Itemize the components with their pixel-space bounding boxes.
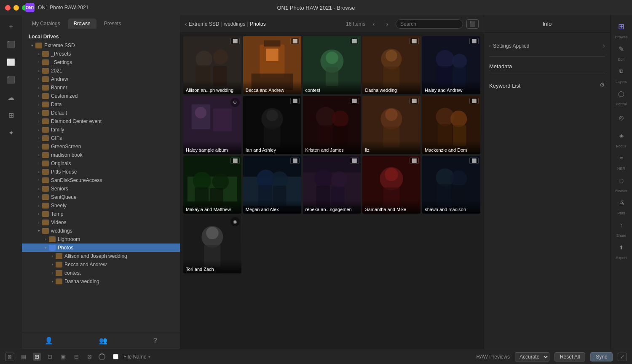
breadcrumb-photos[interactable]: Photos: [250, 21, 265, 27]
tree-item-family[interactable]: › family: [22, 126, 180, 134]
fullscreen-button[interactable]: ⤢: [618, 353, 627, 361]
tree-item-madison[interactable]: › madison book: [22, 151, 180, 159]
tree-item-temp[interactable]: › Temp: [22, 210, 180, 218]
grid-item-haley-andrew[interactable]: Haley and Andrew ⬜: [422, 36, 480, 94]
grid-item-shawn[interactable]: shawn and madison ⬜: [422, 156, 480, 214]
settings-applied-row[interactable]: › Settings Applied ›: [489, 38, 605, 54]
tree-label: Pitts House: [51, 169, 77, 175]
camera-icon[interactable]: ⬜: [3, 54, 19, 70]
sort-selector[interactable]: File Name ▾: [123, 354, 150, 360]
minimize-button[interactable]: [13, 5, 19, 11]
tree-item-extreme-ssd[interactable]: ▾ Extreme SSD: [22, 41, 180, 50]
tree-item-lightroom[interactable]: › Lightroom: [22, 235, 180, 244]
tab-my-catalogs[interactable]: My Catalogs: [26, 19, 66, 29]
grid-item-kristen[interactable]: Kristen and James ⬜: [303, 96, 361, 154]
expand-panel-button[interactable]: ⊠: [5, 353, 14, 361]
print-tool-button[interactable]: 🖨: [613, 195, 629, 211]
effects-icon[interactable]: ✦: [3, 125, 19, 141]
grid-item-makayla[interactable]: Makayla and Matthew ⬜: [183, 156, 241, 214]
tree-item-andrew[interactable]: › Andrew: [22, 75, 180, 83]
add-button[interactable]: ＋: [3, 19, 19, 35]
map-view-button[interactable]: ⊠: [86, 353, 94, 361]
cloud-icon[interactable]: ☁: [3, 89, 19, 105]
tree-item-greenscreen[interactable]: › GreenScreen: [22, 142, 180, 151]
local-tool-button[interactable]: ◎: [613, 110, 629, 126]
compare-view-button[interactable]: ⊡: [46, 353, 54, 361]
help-icon[interactable]: ?: [153, 337, 157, 345]
filmstrip-view-button[interactable]: ▤: [19, 353, 28, 361]
tree-item-sheely[interactable]: › Sheely: [22, 201, 180, 210]
grid-view-button[interactable]: ⊞: [33, 353, 41, 361]
reaser-tool-button[interactable]: ◌: [613, 172, 629, 188]
keyword-settings-button[interactable]: ⚙: [600, 81, 605, 88]
grid-item-haley-sample[interactable]: Haley sample album ⊕: [183, 96, 241, 154]
tree-item-banner[interactable]: › Banner: [22, 83, 180, 92]
edit-tool-button[interactable]: ✎: [613, 41, 629, 57]
loupe-view-button[interactable]: ⊟: [72, 353, 80, 361]
svg-point-48: [212, 173, 229, 190]
user-icon[interactable]: 👤: [45, 337, 53, 345]
tab-presets[interactable]: Presets: [98, 19, 127, 29]
tree-item-originals[interactable]: › Originals: [22, 159, 180, 168]
folder-icon: [42, 152, 49, 158]
focus-tool-button[interactable]: ◈: [613, 128, 629, 144]
people-icon[interactable]: 👥: [99, 337, 107, 345]
breadcrumb-weddings[interactable]: weddings: [224, 21, 245, 27]
svg-point-65: [385, 168, 398, 181]
grid-item-tori[interactable]: Tori and Zach ◉: [183, 215, 241, 273]
breadcrumb-extreme-ssd[interactable]: Extreme SSD: [189, 21, 220, 27]
reset-all-button[interactable]: Reset All: [554, 352, 585, 361]
tree-item-seniors[interactable]: › Seniors: [22, 185, 180, 193]
tree-item-weddings[interactable]: ▾ weddings: [22, 227, 180, 235]
nbr-tool-button[interactable]: ≋: [613, 150, 629, 166]
browse-tool-button[interactable]: ⊞: [613, 19, 629, 35]
tree-item-default[interactable]: › Default: [22, 109, 180, 117]
tree-item-customized[interactable]: › Customized: [22, 92, 180, 100]
tree-item-becca-andrew[interactable]: › Becca and Andrew: [22, 260, 180, 269]
svg-point-12: [326, 51, 338, 64]
new-folder-button[interactable]: ⬛: [466, 19, 479, 29]
tree-item-diamond[interactable]: › Diamond Center event: [22, 117, 180, 126]
portrait-tool-button[interactable]: ◯: [613, 86, 629, 102]
select-all-checkbox[interactable]: [113, 354, 118, 359]
tree-item-allison[interactable]: › Allison and Joseph wedding: [22, 252, 180, 260]
share-tool-button[interactable]: ↑: [613, 217, 629, 233]
prev-button[interactable]: ‹: [369, 19, 379, 29]
folder-icon: [56, 278, 62, 284]
tree-item-gifs[interactable]: › GIFs: [22, 134, 180, 142]
search-input[interactable]: [396, 19, 463, 29]
tree-item-videos[interactable]: › Videos: [22, 218, 180, 227]
grid-item-allison[interactable]: Allison an...ph wedding ⬜: [183, 36, 241, 94]
grid-item-samantha[interactable]: Samantha and Mike ⬜: [362, 156, 420, 214]
grid-item-mackenzie[interactable]: Mackenzie and Dom ⬜: [422, 96, 480, 154]
tree-item-presets[interactable]: › _Presets: [22, 50, 180, 58]
detail-view-button[interactable]: ▣: [59, 353, 67, 361]
grid-item-rebeka[interactable]: rebeka an...ngagemen ⬜: [303, 156, 361, 214]
tree-item-sandisk[interactable]: › SanDiskSecureAccess: [22, 176, 180, 185]
grid-item-megan[interactable]: Megan and Alex ⬜: [243, 156, 301, 214]
plugin-icon[interactable]: ⊞: [3, 107, 19, 123]
sync-button[interactable]: Sync: [590, 352, 613, 361]
tree-item-settings[interactable]: › _Settings: [22, 58, 180, 67]
tree-item-2021[interactable]: › 2021: [22, 67, 180, 75]
layers-tool-button[interactable]: ⧉: [613, 63, 629, 79]
tree-item-sentqueue[interactable]: › SentQueue: [22, 193, 180, 201]
raw-preview-select[interactable]: Accurate: [515, 352, 549, 361]
tree-item-pitts[interactable]: › Pitts House: [22, 168, 180, 176]
tree-item-dasha[interactable]: › Dasha wedding: [22, 277, 180, 286]
albums-icon[interactable]: ⬛: [3, 72, 19, 88]
grid-item-contest[interactable]: contest ⬜: [303, 36, 361, 94]
close-button[interactable]: [5, 5, 11, 11]
export-tool-button[interactable]: ⬆: [613, 239, 629, 255]
tab-browse[interactable]: Browse: [68, 19, 96, 29]
grid-item-dasha[interactable]: Dasha wedding ⬜: [362, 36, 420, 94]
grid-item-liz[interactable]: liz ⬜: [362, 96, 420, 154]
tree-item-data[interactable]: › Data: [22, 100, 180, 109]
tree-item-contest[interactable]: › contest: [22, 269, 180, 277]
grid-item-becca[interactable]: Becca and Andrew ⬜: [243, 36, 301, 94]
next-button[interactable]: ›: [382, 19, 392, 29]
monitor-icon[interactable]: ⬛: [3, 36, 19, 52]
tree-item-photos[interactable]: ▾ Photos: [22, 244, 180, 252]
grid-item-ian[interactable]: Ian and Ashley ⬜: [243, 96, 301, 154]
back-button[interactable]: ‹: [185, 21, 187, 27]
